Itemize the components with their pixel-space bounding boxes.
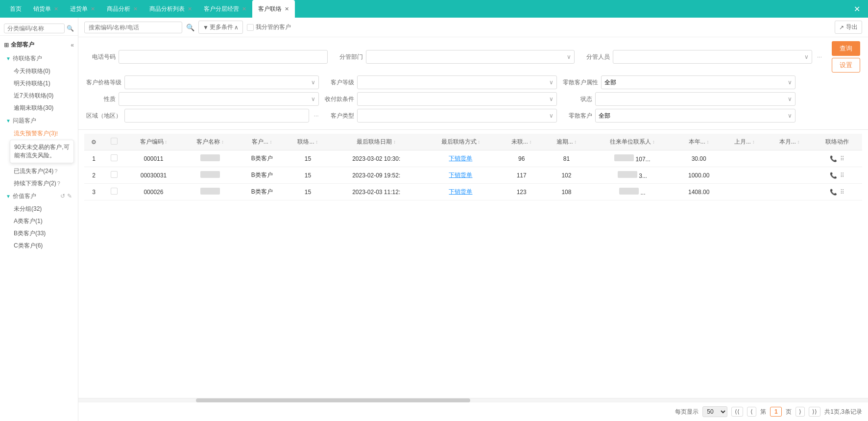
sidebar-item-ungrouped[interactable]: 未分组(32): [0, 203, 78, 215]
customer-type-label: 客户类型: [325, 112, 354, 120]
zero-customer-chevron-icon: ∨: [788, 112, 792, 119]
prev-page-button[interactable]: ⟨: [747, 407, 756, 417]
th-last-month[interactable]: 上月...: [722, 134, 767, 150]
tab-analysis[interactable]: 商品分析 ✕: [101, 0, 144, 18]
tab-sales-close[interactable]: ✕: [54, 6, 58, 12]
tab-customer-tier[interactable]: 客户分层经营 ✕: [198, 0, 252, 18]
sidebar-item-lost[interactable]: 已流失客户(24) ?: [0, 165, 78, 177]
row-last-contact-method-2[interactable]: 下销货单: [422, 184, 499, 200]
settings-button[interactable]: 设置: [832, 58, 860, 73]
tab-purchase[interactable]: 进货单 ✕: [64, 0, 101, 18]
action-contact-icon[interactable]: 📞: [830, 155, 837, 162]
customer-type-select[interactable]: ∨: [357, 109, 557, 123]
dept-select[interactable]: ∨: [366, 50, 575, 64]
action-more-icon[interactable]: ⠿: [840, 189, 844, 196]
th-customer-type[interactable]: 客户...: [239, 134, 286, 150]
th-last-contact-date[interactable]: 最后联络日期: [330, 134, 422, 150]
th-gear[interactable]: ⚙: [84, 134, 103, 150]
horizontal-scrollbar[interactable]: [78, 398, 868, 402]
sidebar-lost-section[interactable]: ▼ 问题客户: [0, 114, 78, 127]
zero-attr-select[interactable]: 全部 ∨: [601, 75, 796, 89]
sidebar-item-a-class[interactable]: A类客户(1): [0, 215, 78, 227]
tab-analysis-close[interactable]: ✕: [133, 6, 138, 12]
filter-my-customers-checkbox[interactable]: 我分管的客户: [247, 23, 291, 31]
tab-home[interactable]: 首页: [4, 0, 27, 18]
sidebar-item-declining[interactable]: 持续下滑客户(2) ?: [0, 177, 78, 190]
sidebar-item-c-class[interactable]: C类客户(6): [0, 240, 78, 252]
th-contact-count[interactable]: 联络...: [285, 134, 330, 150]
sidebar-item-overdue[interactable]: 逾期未联络(30): [0, 102, 78, 114]
th-checkbox[interactable]: [103, 134, 125, 150]
filter-more-conditions-button[interactable]: ▼ 更多条件 ∧: [198, 21, 243, 34]
sidebar-item-today[interactable]: 今天待联络(0): [0, 65, 78, 77]
zero-customer-select[interactable]: 全部 ∨: [595, 109, 796, 123]
th-overdue[interactable]: 逾期...: [544, 134, 589, 150]
th-uncontacted[interactable]: 未联...: [499, 134, 544, 150]
select-all-checkbox[interactable]: [111, 138, 118, 145]
tab-customer-contact-close[interactable]: ✕: [285, 6, 289, 12]
th-name[interactable]: 客户名称: [182, 134, 239, 150]
lost-arrow-icon: ▼: [6, 118, 11, 124]
query-button[interactable]: 查询: [832, 41, 860, 56]
tab-sales[interactable]: 销货单 ✕: [27, 0, 64, 18]
export-button[interactable]: ↗ 导出: [835, 21, 862, 34]
tier-select[interactable]: ∨: [357, 75, 557, 89]
price-tier-select[interactable]: ∨: [124, 75, 319, 89]
sidebar-all-customers[interactable]: ⊞ 全部客户 «: [0, 38, 78, 52]
my-customers-checkbox-icon[interactable]: [247, 24, 254, 31]
filter-search-button[interactable]: 🔍: [186, 24, 194, 31]
person-more-dots[interactable]: ···: [817, 53, 822, 60]
row-checkbox-1[interactable]: [103, 167, 125, 184]
row-action-2[interactable]: 📞 ⠿: [812, 184, 862, 200]
last-page-button[interactable]: ⟩⟩: [809, 407, 820, 417]
sidebar-item-week[interactable]: 近7天待联络(0): [0, 90, 78, 102]
sidebar-collapse-icon[interactable]: «: [71, 42, 74, 49]
row-last-month-1: [722, 167, 767, 184]
action-more-icon[interactable]: ⠿: [840, 155, 844, 162]
nature-select[interactable]: ∨: [119, 92, 319, 106]
row-checkbox-0[interactable]: [103, 150, 125, 167]
sidebar-value-section[interactable]: ▼ 价值客户 ↺ ✎: [0, 190, 78, 203]
person-select[interactable]: ∨: [613, 50, 812, 64]
th-last-contact-method[interactable]: 最后联络方式: [422, 134, 499, 150]
per-page-select[interactable]: 50 100 200: [702, 406, 727, 417]
sidebar-item-tomorrow[interactable]: 明天待联络(1): [0, 77, 78, 90]
row-action-1[interactable]: 📞 ⠿: [812, 167, 862, 184]
sidebar-search-input[interactable]: [4, 24, 65, 33]
region-more-dots[interactable]: ···: [314, 112, 319, 119]
row-last-contact-method-1[interactable]: 下销货单: [422, 167, 499, 184]
action-more-icon[interactable]: ⠿: [840, 172, 844, 179]
next-page-button[interactable]: ⟩: [796, 407, 805, 417]
action-contact-icon[interactable]: 📞: [830, 172, 837, 179]
row-action-0[interactable]: 📞 ⠿: [812, 150, 862, 167]
sidebar-item-b-class[interactable]: B类客户(33): [0, 227, 78, 240]
tab-customer-contact[interactable]: 客户联络 ✕: [252, 0, 295, 18]
th-code[interactable]: 客户编码: [125, 134, 182, 150]
h-scroll-thumb[interactable]: [196, 398, 470, 402]
declining-help-icon[interactable]: ?: [57, 180, 60, 186]
value-edit-icon[interactable]: ✎: [67, 193, 72, 199]
status-select[interactable]: ∨: [595, 92, 796, 106]
row-annual-2: 1408.00: [675, 184, 722, 200]
tab-purchase-close[interactable]: ✕: [91, 6, 95, 12]
sidebar-search-icon[interactable]: 🔍: [67, 25, 74, 32]
filter-search-input[interactable]: [84, 22, 182, 33]
th-unit-contact[interactable]: 往来单位联系人: [589, 134, 675, 150]
value-refresh-icon[interactable]: ↺: [60, 193, 65, 199]
tab-analysis-list-close[interactable]: ✕: [188, 6, 192, 12]
phone-input[interactable]: [119, 50, 328, 64]
action-contact-icon[interactable]: 📞: [830, 189, 837, 196]
lost-help-icon[interactable]: ?: [54, 168, 57, 174]
payment-select[interactable]: ∨: [357, 92, 557, 106]
first-page-button[interactable]: ⟨⟨: [731, 407, 743, 417]
window-close-button[interactable]: ✕: [850, 2, 864, 16]
tab-customer-tier-close[interactable]: ✕: [242, 6, 246, 12]
row-last-contact-method-0[interactable]: 下销货单: [422, 150, 499, 167]
region-select[interactable]: [124, 109, 309, 123]
tab-analysis-list[interactable]: 商品分析列表 ✕: [144, 0, 198, 18]
row-checkbox-2[interactable]: [103, 184, 125, 200]
sidebar-item-lost-warning[interactable]: 流失预警客户(3) !: [0, 127, 78, 140]
th-annual[interactable]: 本年...: [675, 134, 722, 150]
sidebar-pending-section[interactable]: ▼ 待联络客户: [0, 52, 78, 65]
th-this-month[interactable]: 本月...: [767, 134, 812, 150]
